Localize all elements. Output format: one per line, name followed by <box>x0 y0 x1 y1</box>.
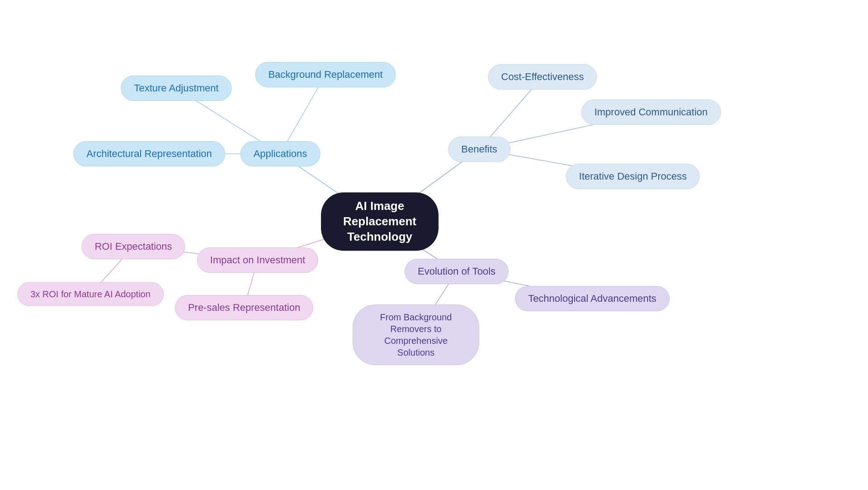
applications-node[interactable]: Applications <box>241 141 321 167</box>
evolution-of-tools-node[interactable]: Evolution of Tools <box>405 259 509 284</box>
background-replacement-label: Background Replacement <box>268 69 382 81</box>
benefits-label: Benefits <box>461 143 497 155</box>
center-node[interactable]: AI Image Replacement Technology <box>321 192 439 251</box>
from-background-removers-label: From Background Removers to Comprehensiv… <box>366 311 466 358</box>
texture-adjustment-label: Texture Adjustment <box>134 82 218 94</box>
impact-on-investment-label: Impact on Investment <box>210 254 305 266</box>
benefits-node[interactable]: Benefits <box>448 137 510 162</box>
architectural-representation-label: Architectural Representation <box>86 148 212 160</box>
cost-effectiveness-label: Cost-Effectiveness <box>501 71 584 83</box>
roi-expectations-node[interactable]: ROI Expectations <box>81 234 185 259</box>
improved-communication-label: Improved Communication <box>594 106 708 118</box>
iterative-design-label: Iterative Design Process <box>579 171 687 182</box>
three-x-roi-node[interactable]: 3x ROI for Mature AI Adoption <box>17 282 164 306</box>
architectural-representation-node[interactable]: Architectural Representation <box>73 141 225 167</box>
impact-on-investment-node[interactable]: Impact on Investment <box>197 247 318 273</box>
applications-label: Applications <box>254 148 307 160</box>
pre-sales-representation-node[interactable]: Pre-sales Representation <box>175 295 313 320</box>
iterative-design-node[interactable]: Iterative Design Process <box>566 164 700 189</box>
technological-advancements-node[interactable]: Technological Advancements <box>515 286 670 311</box>
mind-map: AI Image Replacement Technology Applicat… <box>0 0 868 490</box>
technological-advancements-label: Technological Advancements <box>528 293 656 304</box>
evolution-of-tools-label: Evolution of Tools <box>418 266 495 277</box>
center-node-label: AI Image Replacement Technology <box>334 199 426 244</box>
pre-sales-representation-label: Pre-sales Representation <box>188 302 300 314</box>
texture-adjustment-node[interactable]: Texture Adjustment <box>121 76 231 101</box>
roi-expectations-label: ROI Expectations <box>94 241 172 252</box>
background-replacement-node[interactable]: Background Replacement <box>255 62 396 87</box>
from-background-removers-node[interactable]: From Background Removers to Comprehensiv… <box>353 304 479 365</box>
three-x-roi-label: 3x ROI for Mature AI Adoption <box>30 289 151 300</box>
cost-effectiveness-node[interactable]: Cost-Effectiveness <box>488 64 597 90</box>
improved-communication-node[interactable]: Improved Communication <box>581 100 721 125</box>
